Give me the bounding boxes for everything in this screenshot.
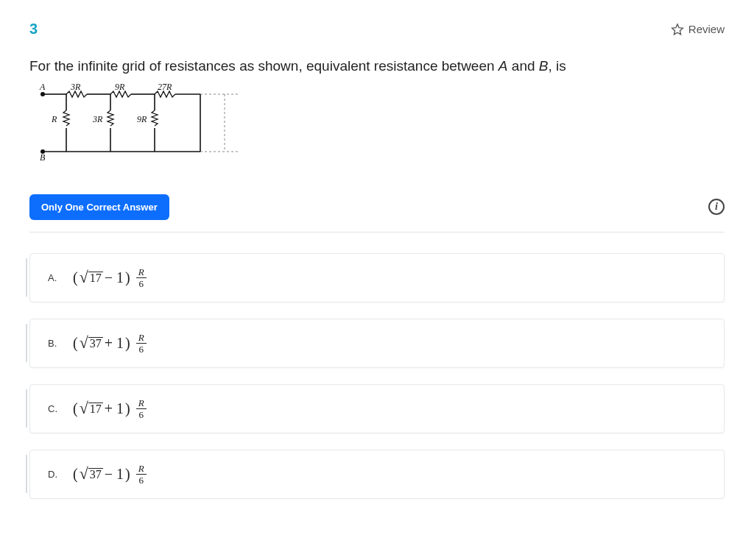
svg-text:9R: 9R: [115, 82, 125, 92]
option-expression: (√17 − 1) R6: [73, 267, 147, 288]
svg-text:3R: 3R: [70, 82, 81, 92]
option-letter: D.: [48, 469, 60, 480]
review-button[interactable]: Review: [671, 23, 725, 36]
option-letter: C.: [48, 403, 60, 414]
options-list: A. (√17 − 1) R6 B. (√37 + 1) R6 C. (√17 …: [29, 253, 725, 499]
review-label: Review: [688, 23, 725, 35]
svg-marker-0: [672, 24, 683, 34]
svg-text:3R: 3R: [92, 114, 103, 124]
option-expression: (√17 + 1) R6: [73, 398, 147, 419]
option-letter: B.: [48, 338, 60, 349]
option-B[interactable]: B. (√37 + 1) R6: [29, 319, 725, 368]
option-A[interactable]: A. (√17 − 1) R6: [29, 253, 725, 302]
option-expression: (√37 − 1) R6: [73, 464, 147, 485]
option-letter: A.: [48, 272, 60, 283]
svg-text:9R: 9R: [137, 114, 147, 124]
svg-text:R: R: [51, 114, 57, 124]
answer-meta-row: Only One Correct Answer i: [29, 194, 725, 233]
node-B-label: B: [40, 152, 46, 162]
answer-type-badge: Only One Correct Answer: [29, 194, 169, 220]
info-icon[interactable]: i: [708, 199, 725, 215]
option-D[interactable]: D. (√37 − 1) R6: [29, 450, 725, 499]
node-A-label: A: [39, 82, 46, 92]
question-number: 3: [29, 21, 38, 38]
question-header: 3 Review: [29, 21, 725, 38]
option-C[interactable]: C. (√17 + 1) R6: [29, 384, 725, 433]
star-icon: [671, 23, 684, 36]
question-text: For the infinite grid of resistances as …: [29, 57, 725, 77]
circuit-diagram: .lbl{font:italic 12px Georgia,serif; fil…: [29, 81, 725, 165]
option-expression: (√37 + 1) R6: [73, 333, 147, 354]
svg-text:27R: 27R: [158, 82, 172, 92]
